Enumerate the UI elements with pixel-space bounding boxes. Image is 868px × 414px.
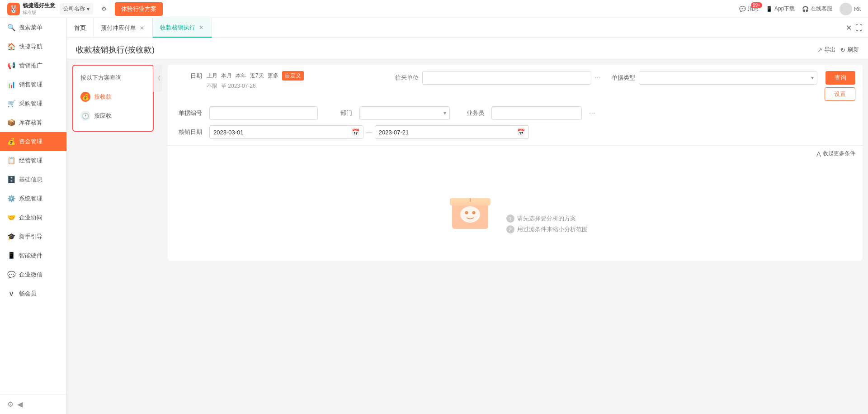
sidebar-label-smart-hw: 智能硬件 (19, 252, 42, 260)
query-button[interactable]: 查询 (826, 71, 855, 85)
sidebar-label-guide: 新手引导 (19, 233, 42, 241)
refresh-button[interactable]: ↻ 刷新 (840, 46, 859, 54)
company-selector[interactable]: 公司名称 ▾ (60, 3, 93, 14)
inventory-icon: 📦 (7, 119, 15, 127)
filter-btn-group: 查询 设置 (825, 71, 855, 101)
sidebar-item-sales[interactable]: 📊 销售管理 (0, 75, 66, 94)
brand-name: 畅捷通好生意 (23, 2, 55, 10)
settings-gear-icon[interactable]: ⚙ (98, 3, 110, 15)
salesperson-input[interactable] (491, 106, 582, 120)
sidebar-item-guide[interactable]: 🎓 新手引导 (0, 227, 66, 246)
export-button[interactable]: ↗ 导出 (817, 46, 836, 54)
sidebar-item-system[interactable]: ⚙️ 系统管理 (0, 189, 66, 208)
tab-receipt-label: 收款核销执行 (160, 24, 195, 32)
query-panel: 按以下方案查询 💰 按收款 🕐 按应收 (72, 65, 154, 132)
tab-prepay-close-icon[interactable]: ✕ (139, 24, 145, 32)
base-info-icon: 🗄️ (7, 176, 15, 184)
member-icon: V (7, 290, 15, 298)
tab-home[interactable]: 首页 (67, 18, 94, 38)
sidebar-item-operations[interactable]: 📋 经营管理 (0, 151, 66, 170)
sidebar-item-base-info[interactable]: 🗄️ 基础信息 (0, 170, 66, 189)
verify-date-end-input[interactable]: 2023-07-21 📅 (375, 125, 529, 139)
sidebar-item-member[interactable]: V 畅会员 (0, 284, 66, 303)
sidebar-item-enterprise[interactable]: 🤝 企业协同 (0, 208, 66, 227)
empty-illustration-svg (443, 188, 497, 233)
tab-home-label: 首页 (74, 24, 86, 32)
app-download-button[interactable]: 📱 App下载 (766, 5, 795, 13)
content-body: 按以下方案查询 💰 按收款 🕐 按应收 《 (67, 59, 868, 266)
date-no-limit-label: 不限 (207, 82, 217, 90)
tab-receipt-offset[interactable]: 收款核销执行 ✕ (153, 18, 212, 38)
sidebar-item-wechat[interactable]: 💬 企业微信 (0, 265, 66, 284)
solution-button[interactable]: 体验行业方案 (115, 2, 163, 16)
collapse-conditions-button[interactable]: ⋀ 收起更多条件 (816, 150, 855, 157)
collapse-sidebar-icon[interactable]: ◀ (17, 400, 23, 409)
system-icon: ⚙️ (7, 195, 15, 203)
date-this-year[interactable]: 本年 (236, 72, 246, 80)
counterpart-more-icon[interactable]: ··· (595, 74, 601, 82)
export-label: 导出 (824, 46, 836, 54)
purchase-icon: 🛒 (7, 100, 15, 108)
message-button[interactable]: 💬 消息 99+ (739, 5, 759, 13)
settings-bottom-icon[interactable]: ⚙ (7, 400, 14, 409)
brand-logo: 🐰 (7, 3, 20, 15)
user-menu[interactable]: Rit (840, 3, 861, 15)
empty-illustration-area: 1 请先选择要分析的方案 2 用过滤条件来缩小分析范围 (443, 188, 588, 233)
filter-settings-button[interactable]: 设置 (825, 87, 855, 101)
date-more[interactable]: 更多 (268, 72, 278, 80)
online-service-button[interactable]: 🎧 在线客服 (802, 5, 832, 13)
date-filter-group: 日期 上月 本月 本年 近7天 更多 自定义 (175, 71, 384, 90)
content-area: 首页 预付冲应付单 ✕ 收款核销执行 ✕ ✕ ⛶ 收款核销执行(按收款) (67, 18, 868, 414)
marketing-icon: 📢 (7, 62, 15, 70)
top-header: 🐰 畅捷通好生意 标准版 公司名称 ▾ ⚙ 体验行业方案 💬 消息 99+ 📱 … (0, 0, 868, 18)
sidebar-label-wechat: 企业微信 (19, 271, 42, 279)
query-option-by-receivable[interactable]: 🕐 按应收 (73, 106, 153, 125)
sidebar-item-finance[interactable]: 💰 资金管理 (0, 132, 66, 151)
maximize-icon[interactable]: ⛶ (855, 24, 863, 32)
date-last-month[interactable]: 上月 (207, 72, 217, 80)
enterprise-icon: 🤝 (7, 214, 15, 222)
message-badge: 99+ (751, 2, 762, 8)
query-option-by-receipt[interactable]: 💰 按收款 (73, 87, 153, 106)
sidebar-item-inventory[interactable]: 📦 库存核算 (0, 113, 66, 132)
sidebar-item-quick-nav[interactable]: 🏠 快捷导航 (0, 37, 66, 56)
chevron-down-icon: ▾ (87, 6, 90, 12)
date-this-month[interactable]: 本月 (221, 72, 232, 80)
filter-row-1: 日期 上月 本月 本年 近7天 更多 自定义 (175, 71, 855, 101)
doc-no-input[interactable] (209, 106, 318, 120)
tab-receipt-close-icon[interactable]: ✕ (198, 24, 204, 32)
date-last-7-days[interactable]: 近7天 (250, 72, 264, 80)
empty-hint-1: 1 请先选择要分析的方案 (506, 214, 576, 223)
filter-row-2: 单据编号 部门 ▾ 业务员 ··· (175, 106, 855, 120)
sidebar-item-marketing[interactable]: 📢 营销推广 (0, 56, 66, 75)
app-icon: 📱 (766, 6, 773, 12)
sidebar-label-quick-nav: 快捷导航 (19, 43, 42, 51)
tab-prepay-offset[interactable]: 预付冲应付单 ✕ (94, 18, 153, 38)
tab-prepay-label: 预付冲应付单 (101, 24, 136, 32)
filter-row-3: 核销日期 2023-03-01 📅 — 2023-07-21 📅 (175, 125, 855, 139)
date-label: 日期 (175, 72, 202, 80)
verify-date-start-input[interactable]: 2023-03-01 📅 (209, 125, 363, 139)
close-window-icon[interactable]: ✕ (846, 24, 852, 32)
query-panel-title: 按以下方案查询 (73, 71, 153, 87)
collapse-panel-button[interactable]: 《 (153, 65, 162, 92)
app-download-label: App下载 (774, 5, 795, 13)
empty-num-1: 1 (506, 214, 514, 223)
date-custom-badge[interactable]: 自定义 (282, 71, 304, 81)
counterpart-input[interactable] (422, 71, 591, 85)
doc-type-select[interactable] (639, 71, 817, 85)
sidebar-item-purchase[interactable]: 🛒 采购管理 (0, 94, 66, 113)
company-name: 公司名称 (63, 5, 85, 13)
date-range-separator: — (366, 129, 372, 136)
refresh-label: 刷新 (847, 46, 859, 54)
sidebar-item-smart-hw[interactable]: 📱 智能硬件 (0, 246, 66, 265)
query-panel-wrapper: 按以下方案查询 💰 按收款 🕐 按应收 《 (72, 65, 162, 261)
department-select[interactable] (359, 106, 450, 120)
by-receipt-label: 按收款 (94, 93, 112, 101)
sidebar-bottom: ⚙ ◀ (0, 394, 66, 414)
department-select-wrapper: ▾ (359, 106, 450, 120)
salesperson-more-icon[interactable]: ··· (589, 109, 595, 117)
verify-date-label: 核销日期 (175, 128, 202, 136)
sidebar-item-search-menu[interactable]: 🔍 搜索菜单 (0, 18, 66, 37)
smart-hw-icon: 📱 (7, 252, 15, 260)
